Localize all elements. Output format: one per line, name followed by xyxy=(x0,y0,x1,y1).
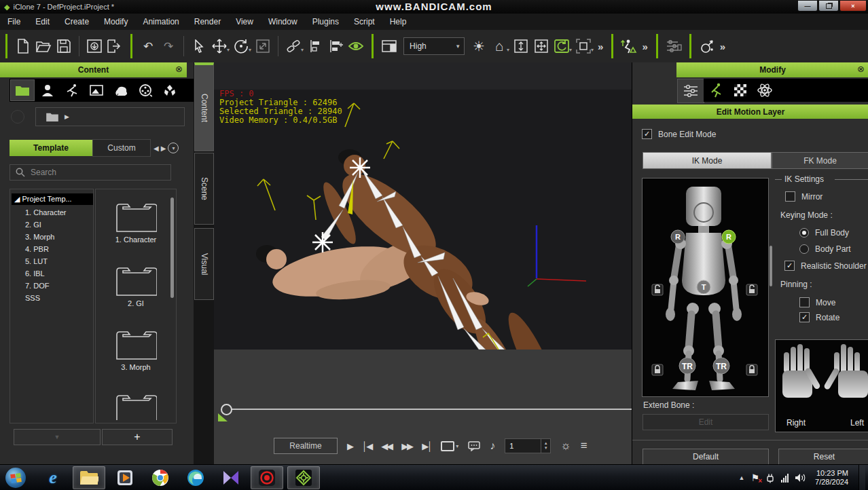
action-center-flag-icon[interactable]: ⚑× xyxy=(751,472,760,483)
pan-view-button[interactable] xyxy=(531,35,551,57)
side-tab-content[interactable]: Content xyxy=(194,62,214,151)
pin-move-row[interactable]: Move xyxy=(799,297,835,307)
thumbnail-gi[interactable]: 2. GI xyxy=(96,265,176,307)
tree-item-lut[interactable]: 5. LUT xyxy=(10,255,93,267)
menu-edit[interactable]: Edit xyxy=(28,17,57,26)
open-project-button[interactable] xyxy=(33,35,54,57)
thumbnail-character[interactable]: 1. Character xyxy=(96,202,176,244)
pin-rotate-row[interactable]: ✓ Rotate xyxy=(799,312,839,322)
scale-tool-button[interactable] xyxy=(253,35,273,57)
realtime-button[interactable]: Realtime xyxy=(274,438,338,454)
show-desktop-button[interactable] xyxy=(858,465,865,490)
side-tab-visual[interactable]: Visual xyxy=(194,228,214,300)
reset-button[interactable]: Reset xyxy=(778,449,868,465)
timeline-marker[interactable] xyxy=(218,413,228,421)
menu-help[interactable]: Help xyxy=(382,17,414,26)
go-to-start-button[interactable]: │◀ xyxy=(362,441,372,451)
menu-modify[interactable]: Modify xyxy=(96,17,135,26)
tab-template[interactable]: Template xyxy=(10,140,92,156)
power-plug-icon[interactable] xyxy=(765,473,775,483)
full-body-row[interactable]: Full Body xyxy=(799,228,849,238)
tree-item-sss[interactable]: SSS xyxy=(10,292,93,304)
tree-item-character[interactable]: 1. Character xyxy=(10,206,93,219)
music-note-button[interactable]: ♪ xyxy=(490,440,495,452)
search-box[interactable]: Search xyxy=(10,164,171,181)
taskbar-clock[interactable]: 10:23 PM 7/28/2024 xyxy=(815,469,848,487)
taskbar-iclone[interactable] xyxy=(287,466,320,489)
full-body-radio[interactable] xyxy=(799,228,809,238)
menu-create[interactable]: Create xyxy=(57,17,96,26)
tree-item-dof[interactable]: 7. DOF xyxy=(10,280,93,292)
side-tab-scene[interactable]: Scene xyxy=(194,153,214,225)
tab-all-folder[interactable] xyxy=(10,79,35,101)
taskbar-chrome[interactable] xyxy=(145,467,176,489)
speaker-icon[interactable] xyxy=(795,473,806,483)
menu-script[interactable]: Script xyxy=(346,17,382,26)
new-project-button[interactable] xyxy=(13,35,33,57)
foot-left-lock[interactable] xyxy=(652,364,663,375)
vertical-fit-button[interactable] xyxy=(511,35,531,57)
speech-bubble-button[interactable] xyxy=(468,441,480,451)
network-signal-icon[interactable] xyxy=(781,474,789,483)
add-content-button[interactable]: + xyxy=(102,429,173,445)
fast-forward-button[interactable]: ▶▶ xyxy=(401,441,412,451)
pin-move-checkbox[interactable] xyxy=(799,297,810,307)
select-tool-button[interactable] xyxy=(189,35,209,57)
menu-animation[interactable]: Animation xyxy=(135,17,186,26)
joint-star-hand[interactable] xyxy=(312,232,333,252)
modify-tab-physics[interactable] xyxy=(753,80,776,100)
minimize-button[interactable]: — xyxy=(797,0,818,12)
hand-right-lock-open[interactable] xyxy=(746,284,757,295)
viewport-3d[interactable]: FPS : 0 Project Triangle : 62496 Selecte… xyxy=(214,62,632,350)
align-button[interactable] xyxy=(305,35,325,57)
close-button[interactable]: × xyxy=(839,0,867,12)
rotate-dropdown[interactable]: ▾ xyxy=(249,47,251,53)
go-to-end-button[interactable]: ▶│ xyxy=(422,441,431,451)
content-close-icon[interactable]: ⊗ xyxy=(175,64,183,74)
loop-button[interactable] xyxy=(441,441,454,451)
taskbar-file-explorer[interactable] xyxy=(73,466,105,489)
link-dropdown[interactable]: ▾ xyxy=(301,47,304,53)
quality-dropdown[interactable]: High ▼ xyxy=(403,37,465,55)
taskbar-media-player[interactable] xyxy=(109,467,141,489)
tab-prop[interactable] xyxy=(109,80,132,100)
tree-item-gi[interactable]: 2. GI xyxy=(10,219,93,231)
tab-actor[interactable] xyxy=(36,80,59,100)
tab-custom[interactable]: Custom xyxy=(92,139,151,157)
menu-render[interactable]: Render xyxy=(187,17,228,26)
pose-overflow[interactable]: » xyxy=(720,41,725,52)
tree-root-item[interactable]: ◢ Project Temp... xyxy=(12,193,93,205)
move-dropdown[interactable]: ▾ xyxy=(227,47,230,53)
thumbnail-scrollbar[interactable] xyxy=(170,197,174,298)
body-puppet-panel[interactable]: R R T TR TR xyxy=(642,178,769,397)
motion-overflow[interactable]: » xyxy=(642,41,647,52)
modify-close-icon[interactable]: ⊗ xyxy=(857,64,865,74)
mirror-row[interactable]: Mirror xyxy=(785,191,822,202)
menu-window[interactable]: Window xyxy=(261,17,305,26)
motion-edit-button[interactable] xyxy=(619,35,639,57)
menu-view[interactable]: View xyxy=(228,17,261,26)
realistic-shoulder-row[interactable]: ✓ Realistic Shoulder xyxy=(784,261,867,271)
realistic-shoulder-checkbox[interactable]: ✓ xyxy=(784,261,795,271)
modify-tab-sliders[interactable] xyxy=(677,79,704,103)
save-project-button[interactable] xyxy=(54,35,74,57)
merge-project-button[interactable] xyxy=(84,35,105,57)
tree-item-ibl[interactable]: 6. IBL xyxy=(10,267,93,280)
frame-spinner[interactable]: 1 ▲ ▼ xyxy=(505,438,551,453)
taskbar-internet-explorer[interactable]: e xyxy=(37,467,69,489)
play-button[interactable]: ▶ xyxy=(347,441,352,451)
redo-button[interactable]: ↷ xyxy=(158,35,179,57)
modify-tab-motion[interactable] xyxy=(704,80,727,100)
tray-expand-icon[interactable]: ▲ xyxy=(739,474,745,481)
mirror-checkbox[interactable] xyxy=(785,191,795,202)
tab-particle[interactable] xyxy=(158,80,181,100)
restore-button[interactable] xyxy=(818,0,839,12)
frame-up-icon[interactable]: ▲ xyxy=(544,441,548,446)
modify-sliders-button[interactable] xyxy=(664,35,684,57)
render-settings-button[interactable]: ☼ xyxy=(560,439,571,453)
pose-tool-button[interactable] xyxy=(697,35,717,57)
tree-item-morph[interactable]: 3. Morph xyxy=(10,231,93,243)
hand-gesture-panel[interactable]: Right Left xyxy=(775,339,868,432)
content-panel-header[interactable]: Content ⊗ xyxy=(0,62,187,77)
render-dropdown[interactable]: ▾ xyxy=(591,47,594,53)
